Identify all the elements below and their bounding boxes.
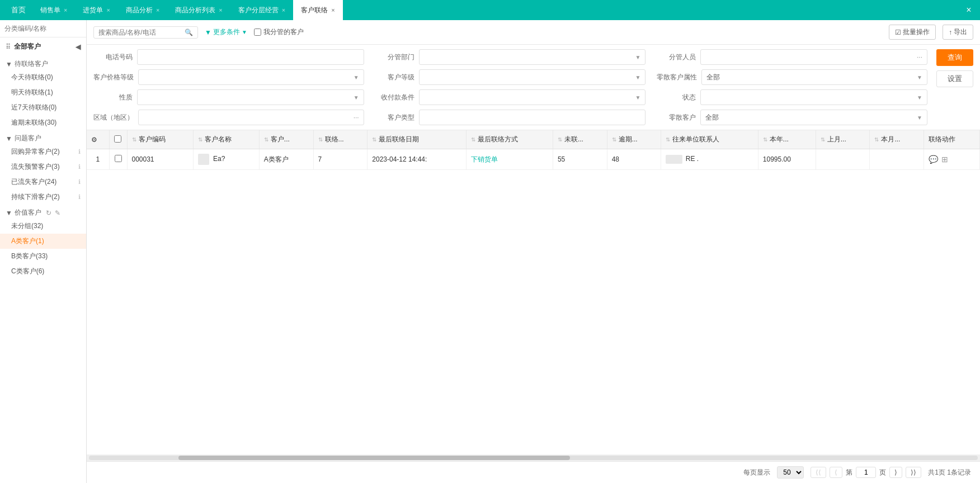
advanced-filter-panel: 电话号码 分管部门 ▼ 分管人员: [87, 45, 980, 130]
dept-select[interactable]: ▼: [419, 49, 646, 65]
th-last-month[interactable]: 上月...: [816, 130, 870, 149]
th-company-contact[interactable]: 往来单位联系人: [661, 130, 758, 149]
sidebar-item-churned[interactable]: 已流失客户(24) ℹ: [0, 174, 86, 190]
nav-tab-customer-contact[interactable]: 客户联络 ×: [293, 0, 342, 20]
row-name: Ea?: [193, 149, 259, 170]
sidebar-item-overdue[interactable]: 逾期未联络(30): [0, 115, 86, 130]
customer-type-input[interactable]: [419, 110, 646, 125]
nav-tab-sales[interactable]: 销售单 ×: [32, 0, 75, 20]
payment-select[interactable]: ▼: [419, 89, 646, 105]
customer-level-select[interactable]: ▼: [419, 69, 646, 85]
last-page-button[interactable]: ⟩⟩: [906, 467, 921, 478]
row-actions: 💬 ⊞: [924, 149, 980, 170]
close-purchase-icon[interactable]: ×: [106, 7, 110, 13]
dept-label: 分管部门: [375, 53, 414, 62]
settings-button[interactable]: 设置: [936, 70, 973, 87]
qr-action-icon[interactable]: ⊞: [941, 155, 948, 164]
my-customers-checkbox[interactable]: 我分管的客户: [254, 27, 304, 37]
triangle-down-icon2: ▼: [6, 135, 12, 143]
info-icon-2: ℹ: [78, 163, 81, 171]
sidebar: 🔍 ⠿ 全部客户 ◀ ▼ 待联络客户 今天待联络(0) 明天待联络(1) 近7天…: [0, 20, 87, 483]
th-settings[interactable]: ⚙: [87, 130, 109, 149]
th-last-method[interactable]: 最后联络方式: [466, 130, 553, 149]
last-method-link[interactable]: 下销货单: [471, 155, 498, 163]
per-page-select[interactable]: 50: [777, 466, 804, 479]
th-code[interactable]: 客户编码: [127, 130, 193, 149]
nav-tab-analysis[interactable]: 商品分析 ×: [118, 0, 167, 20]
page-input[interactable]: [856, 467, 876, 478]
th-type[interactable]: 客户...: [259, 130, 313, 149]
row-company-contact: RE .: [661, 149, 758, 170]
scrollbar-thumb[interactable]: [178, 456, 570, 460]
search-icon[interactable]: 🔍: [185, 29, 193, 36]
refresh-icon[interactable]: ↻: [46, 209, 51, 217]
close-analysis-list-icon[interactable]: ×: [219, 7, 222, 13]
sidebar-item-c-class[interactable]: C类客户(6): [0, 264, 86, 279]
person-label: 分管人员: [657, 53, 696, 62]
close-contact-icon[interactable]: ×: [331, 7, 334, 13]
check-icon: ☑: [895, 29, 901, 36]
first-page-button[interactable]: ⟨⟨: [811, 467, 826, 478]
query-button[interactable]: 查询: [936, 49, 973, 66]
th-overdue[interactable]: 逾期...: [607, 130, 661, 149]
row-overdue: 48: [607, 149, 661, 170]
sidebar-item-churn-warning[interactable]: 流失预警客户(3) ℹ: [0, 159, 86, 174]
message-action-icon[interactable]: 💬: [929, 155, 938, 164]
filter-cell-phone: 电话号码: [93, 49, 364, 65]
payment-label: 收付款条件: [375, 93, 414, 102]
main-search-input[interactable]: [98, 29, 182, 36]
window-close-button[interactable]: ×: [962, 3, 976, 17]
region-ellipsis-icon: ···: [354, 113, 359, 121]
nav-home[interactable]: 首页: [4, 5, 32, 15]
close-tier-icon[interactable]: ×: [282, 7, 285, 13]
th-contact[interactable]: 联络...: [313, 130, 368, 149]
sidebar-item-unclassified[interactable]: 未分组(32): [0, 219, 86, 234]
sidebar-item-tomorrow-pending[interactable]: 明天待联络(1): [0, 85, 86, 100]
th-this-month[interactable]: 本月...: [870, 130, 924, 149]
my-customers-check-input[interactable]: [254, 29, 261, 36]
prev-page-button[interactable]: ⟨: [830, 467, 842, 478]
th-name[interactable]: 客户名称: [193, 130, 259, 149]
collapse-icon[interactable]: ◀: [76, 43, 81, 51]
horizontal-scrollbar[interactable]: [87, 454, 980, 461]
select-all-checkbox[interactable]: [114, 135, 121, 143]
retail-attr-select[interactable]: 全部 ▼: [701, 69, 927, 85]
filter-cell-retail: 零散客户 全部 ▼: [657, 110, 927, 125]
customer-level-label: 客户等级: [375, 73, 414, 82]
next-page-button[interactable]: ⟩: [889, 467, 902, 478]
nav-tab-analysis-list[interactable]: 商品分析列表 ×: [167, 0, 230, 20]
payment-chevron-icon: ▼: [635, 94, 640, 101]
nav-tab-customer-tier[interactable]: 客户分层经营 ×: [230, 0, 293, 20]
price-level-select[interactable]: ▼: [138, 69, 364, 85]
sidebar-item-a-class[interactable]: A类客户(1): [0, 234, 86, 249]
sidebar-search-input[interactable]: [4, 25, 87, 32]
row-type: A类客户: [259, 149, 313, 170]
nature-select[interactable]: ▼: [137, 89, 364, 105]
more-conditions-button[interactable]: ▼ 更多条件 ▼: [205, 27, 247, 37]
region-input[interactable]: ···: [138, 110, 364, 125]
filter-row-1: 电话号码 分管部门 ▼ 分管人员: [93, 49, 927, 65]
retail-select[interactable]: 全部 ▼: [700, 110, 927, 125]
sidebar-item-7days-pending[interactable]: 近7天待联络(0): [0, 100, 86, 115]
batch-operation-button[interactable]: ☑ 批量操作: [889, 25, 936, 40]
th-no-contact[interactable]: 未联...: [553, 130, 607, 149]
row-last-month: [816, 149, 870, 170]
th-last-date[interactable]: 最后联络日期: [368, 130, 467, 149]
nav-tab-purchase[interactable]: 进货单 ×: [75, 0, 117, 20]
sidebar-item-today-pending[interactable]: 今天待联络(0): [0, 70, 86, 85]
sidebar-item-b-class[interactable]: B类客户(33): [0, 249, 86, 264]
export-button[interactable]: ↑ 导出: [943, 25, 973, 40]
company-contact-badge: [666, 155, 682, 164]
sidebar-item-declining[interactable]: 持续下滑客户(2) ℹ: [0, 190, 86, 205]
status-select[interactable]: ▼: [700, 89, 927, 105]
sidebar-all-customers-header[interactable]: ⠿ 全部客户 ◀: [0, 37, 86, 56]
edit-icon[interactable]: ✎: [55, 209, 60, 217]
row-select-checkbox[interactable]: [115, 155, 122, 162]
person-input[interactable]: ···: [700, 49, 927, 65]
phone-input[interactable]: [137, 49, 364, 65]
th-this-year[interactable]: 本年...: [758, 130, 816, 149]
row-last-method[interactable]: 下销货单: [466, 149, 553, 170]
close-analysis-icon[interactable]: ×: [156, 7, 159, 13]
sidebar-item-repurchase-abnormal[interactable]: 回购异常客户(2) ℹ: [0, 144, 86, 159]
close-sales-icon[interactable]: ×: [64, 7, 67, 13]
